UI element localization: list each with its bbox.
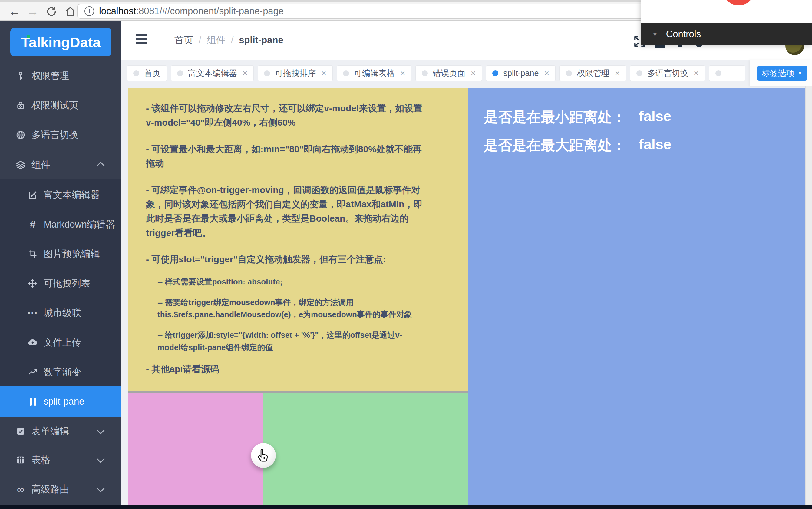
sidebar-item-city-cascade[interactable]: ··· 城市级联 bbox=[0, 298, 121, 328]
crop-icon bbox=[27, 249, 39, 259]
sidebar-item-label: 表格 bbox=[31, 453, 50, 466]
tab-partial[interactable] bbox=[709, 65, 745, 81]
usage-notes: - 该组件可以拖动修改左右尺寸，还可以绑定v-model来设置，如设置v-mod… bbox=[146, 101, 423, 388]
sidebar-item-markdown-editor[interactable]: # Markdown编辑器 bbox=[0, 210, 121, 239]
close-icon[interactable]: × bbox=[400, 69, 405, 77]
close-icon[interactable]: × bbox=[242, 69, 247, 77]
hash-icon: # bbox=[27, 219, 39, 230]
split-pane-status: 是否是在最小距离处： false 是否是在最大距离处： false bbox=[484, 108, 671, 164]
cloud-upload-icon bbox=[27, 337, 39, 348]
tab-language-switch[interactable]: 多语言切换 × bbox=[630, 65, 705, 81]
note-line: - 可设置最小和最大距离，如:min="80"即向右拖动到80%处就不能再拖动 bbox=[146, 142, 423, 171]
sidebar-item-label: 数字渐变 bbox=[43, 366, 81, 379]
tag-options-panel: 标签选项 ▼ bbox=[750, 60, 812, 86]
tab-label: 富文本编辑器 bbox=[188, 68, 237, 79]
tab-draggable-sort[interactable]: 可拖拽排序 × bbox=[258, 65, 332, 81]
sidebar-item-draggable-list[interactable]: 可拖拽列表 bbox=[0, 269, 121, 298]
status-value: false bbox=[639, 136, 671, 155]
lock-icon bbox=[14, 100, 27, 110]
sidebar-item-image-preview-edit[interactable]: 图片预览编辑 bbox=[0, 239, 121, 268]
breadcrumb-home[interactable]: 首页 bbox=[174, 34, 193, 46]
sidebar-item-advanced-routing[interactable]: ∞ 高级路由 bbox=[0, 475, 121, 504]
tab-label: split-pane bbox=[503, 69, 539, 78]
breadcrumb-components[interactable]: 组件 bbox=[207, 34, 226, 46]
tab-permission-management[interactable]: 权限管理 × bbox=[559, 65, 626, 81]
brand-name: TalkingData bbox=[21, 34, 101, 50]
sidebar-item-label: 图片预览编辑 bbox=[43, 247, 100, 260]
browser-home-icon[interactable] bbox=[64, 4, 77, 18]
sidebar-item-label: 文件上传 bbox=[43, 336, 81, 349]
browser-back-icon[interactable]: ← bbox=[8, 4, 21, 18]
chevron-down-icon bbox=[97, 455, 105, 463]
controls-bar[interactable]: ▼ Controls bbox=[641, 23, 812, 45]
tab-label: 权限管理 bbox=[577, 68, 610, 79]
sidebar-item-permission-test[interactable]: 权限测试页 bbox=[0, 91, 121, 120]
close-icon[interactable]: × bbox=[615, 69, 620, 77]
sidebar-item-label: split-pane bbox=[43, 396, 84, 407]
caret-down-icon: ▼ bbox=[652, 31, 658, 38]
tab-dot-icon bbox=[133, 70, 139, 76]
tab-home[interactable]: 首页 bbox=[127, 65, 167, 81]
split-pane-bottom-right-green bbox=[263, 393, 468, 507]
split-pane-drag-trigger[interactable] bbox=[251, 443, 276, 468]
tab-split-pane[interactable]: split-pane × bbox=[486, 65, 555, 81]
scrollbar-track[interactable] bbox=[805, 86, 812, 507]
sidebar-item-permission-management[interactable]: 权限管理 bbox=[0, 61, 121, 91]
tag-options-button[interactable]: 标签选项 ▼ bbox=[757, 66, 808, 81]
status-label: 是否是在最小距离处： bbox=[484, 108, 626, 127]
status-label: 是否是在最大距离处： bbox=[484, 136, 626, 155]
layers-icon bbox=[14, 160, 27, 170]
tab-label: 多语言切换 bbox=[647, 68, 688, 79]
brand-logo[interactable]: TalkingData bbox=[10, 28, 111, 56]
tag-options-label: 标签选项 bbox=[762, 68, 794, 79]
sidebar-item-split-pane[interactable]: split-pane bbox=[0, 386, 121, 417]
note-line: - 其他api请看源码 bbox=[146, 362, 423, 376]
usage-subnotes: -- 样式需要设置position: absolute; -- 需要给trigg… bbox=[146, 276, 423, 353]
chevron-down-icon bbox=[97, 426, 105, 434]
menu-toggle-icon[interactable] bbox=[136, 34, 147, 46]
chevron-up-icon bbox=[97, 162, 105, 170]
close-icon[interactable]: × bbox=[544, 69, 549, 77]
sidebar-group-label: 组件 bbox=[31, 159, 50, 171]
tab-editable-table[interactable]: 可编辑表格 × bbox=[337, 65, 412, 81]
close-icon[interactable]: × bbox=[471, 69, 476, 77]
browser-refresh-icon[interactable] bbox=[45, 4, 58, 18]
sidebar-item-form-edit[interactable]: 表单编辑 bbox=[0, 416, 121, 446]
record-button-icon[interactable] bbox=[723, 0, 754, 5]
chevron-down-icon bbox=[97, 484, 105, 493]
page-info-icon[interactable]: i bbox=[85, 6, 94, 16]
sidebar-item-label: 富文本编辑器 bbox=[43, 189, 100, 201]
close-icon[interactable]: × bbox=[321, 69, 326, 77]
sidebar-group-components[interactable]: 组件 bbox=[0, 150, 121, 179]
tab-error-page[interactable]: 错误页面 × bbox=[415, 65, 482, 81]
infinity-icon: ∞ bbox=[14, 484, 27, 495]
sidebar-item-label: 多语言切换 bbox=[31, 129, 78, 141]
sidebar-item-label: 可拖拽列表 bbox=[43, 277, 91, 290]
sidebar-item-table[interactable]: 表格 bbox=[0, 445, 121, 475]
close-icon[interactable]: × bbox=[694, 69, 699, 77]
hand-pointer-cursor-icon bbox=[257, 448, 270, 463]
recorder-panel-top bbox=[641, 0, 812, 23]
ellipsis-icon: ··· bbox=[27, 308, 39, 318]
tab-label: 首页 bbox=[144, 68, 160, 79]
tab-dot-icon bbox=[637, 70, 643, 76]
status-row-max: 是否是在最大距离处： false bbox=[484, 136, 671, 155]
note-line: - 可使用slot="trigger"自定义拖动触发器，但有三个注意点: bbox=[146, 252, 423, 266]
edit-icon bbox=[27, 190, 39, 199]
tab-rich-text-editor[interactable]: 富文本编辑器 × bbox=[171, 65, 254, 81]
trending-up-icon bbox=[27, 367, 39, 377]
sidebar-item-file-upload[interactable]: 文件上传 bbox=[0, 328, 121, 357]
tab-dot-icon bbox=[715, 70, 721, 76]
breadcrumb: 首页 / 组件 / split-pane bbox=[174, 21, 283, 60]
status-value: false bbox=[639, 108, 671, 127]
browser-forward-icon[interactable]: → bbox=[26, 4, 39, 18]
breadcrumb-current: split-pane bbox=[239, 35, 283, 46]
sidebar-item-number-gradient[interactable]: 数字渐变 bbox=[0, 358, 121, 387]
globe-icon bbox=[14, 130, 27, 140]
tab-label: 可拖拽排序 bbox=[275, 68, 316, 79]
sidebar-item-language-switch[interactable]: 多语言切换 bbox=[0, 120, 121, 149]
pause-icon bbox=[27, 398, 39, 406]
tab-bar: 首页 富文本编辑器 × 可拖拽排序 × 可编辑表格 × 错误页面 × bbox=[121, 60, 812, 86]
caret-down-icon: ▼ bbox=[798, 70, 803, 76]
sidebar-item-rich-text-editor[interactable]: 富文本编辑器 bbox=[0, 180, 121, 209]
